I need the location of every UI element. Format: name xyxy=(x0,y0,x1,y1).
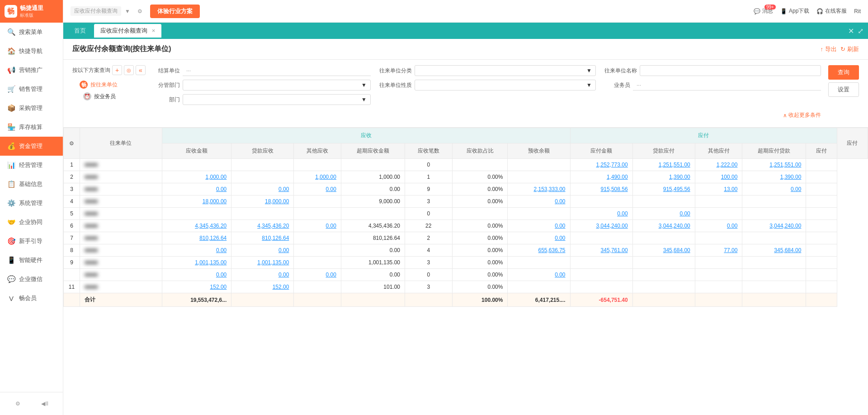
table-cell[interactable]: 152.00 xyxy=(162,281,231,293)
table-cell[interactable]: 0.00 xyxy=(231,183,294,196)
table-cell[interactable]: 1,490.00 xyxy=(570,171,632,183)
settings-button[interactable]: 设置 xyxy=(828,82,859,97)
table-cell[interactable]: 0.00 xyxy=(294,269,341,281)
table-cell[interactable]: 345,684.00 xyxy=(632,244,695,257)
table-cell[interactable]: 0.00 xyxy=(294,220,341,232)
sidebar-item-marketing[interactable]: 📢营销推广 xyxy=(0,61,63,80)
dept-select[interactable]: ▼ xyxy=(183,80,371,91)
table-cell[interactable] xyxy=(742,257,806,269)
sidebar-item-basic[interactable]: 📋基础信息 xyxy=(0,175,63,194)
table-cell[interactable]: 0.00 xyxy=(508,232,570,244)
sidebar-item-inventory[interactable]: 🏪库存核算 xyxy=(0,118,63,137)
table-cell[interactable]: 0.00 xyxy=(162,244,231,257)
table-cell[interactable] xyxy=(294,196,341,208)
table-cell[interactable]: 0.00 xyxy=(695,220,742,232)
query-button[interactable]: 查询 xyxy=(828,65,859,80)
sidebar-item-sales[interactable]: 🛒销售管理 xyxy=(0,80,63,99)
table-cell[interactable] xyxy=(231,171,294,183)
table-cell[interactable] xyxy=(570,281,632,293)
table-cell[interactable] xyxy=(231,208,294,220)
sidebar-settings-btn[interactable]: ⚙ xyxy=(11,397,25,410)
table-cell[interactable] xyxy=(508,171,570,183)
table-cell[interactable]: 18,000.00 xyxy=(231,196,294,208)
sidebar-item-system[interactable]: ⚙️系统管理 xyxy=(0,194,63,213)
table-cell[interactable]: 0.00 xyxy=(294,183,341,196)
partner-nature-select[interactable]: ▼ xyxy=(415,80,596,91)
tab-query[interactable]: 应收应付余额查询 × xyxy=(94,24,161,38)
table-cell[interactable]: 1,000.00 xyxy=(294,171,341,183)
table-cell[interactable]: 0.00 xyxy=(570,208,632,220)
topbar-dropdown[interactable]: ▼ xyxy=(125,8,130,14)
table-cell[interactable]: 1,252,773.00 xyxy=(570,159,632,171)
table-cell[interactable] xyxy=(231,159,294,171)
tab-expand-btn[interactable]: ⤢ xyxy=(858,27,863,35)
branch-select[interactable]: ▼ xyxy=(183,94,371,105)
filter-settings-btn[interactable]: ◎ xyxy=(124,65,134,75)
salesman-input[interactable]: ··· xyxy=(633,80,821,91)
table-cell[interactable] xyxy=(742,281,806,293)
table-cell[interactable]: 0.00 xyxy=(162,183,231,196)
table-cell[interactable] xyxy=(570,257,632,269)
table-cell[interactable] xyxy=(294,281,341,293)
filter-collapse-left-btn[interactable]: « xyxy=(136,65,146,75)
table-cell[interactable]: 0.00 xyxy=(632,208,695,220)
table-cell[interactable] xyxy=(570,196,632,208)
table-cell[interactable]: 655,636.75 xyxy=(508,244,570,257)
sidebar-item-search[interactable]: 🔍搜索菜单 xyxy=(0,23,63,42)
table-cell[interactable]: 1,001,135.00 xyxy=(231,257,294,269)
solution-button[interactable]: 体验行业方案 xyxy=(150,5,200,18)
sidebar-item-member[interactable]: V畅会员 xyxy=(0,289,63,308)
collapse-btn[interactable]: ∧ 收起更多条件 xyxy=(153,109,821,122)
filter-add-btn[interactable]: + xyxy=(112,65,122,75)
table-cell[interactable] xyxy=(162,208,231,220)
table-cell[interactable] xyxy=(508,159,570,171)
sidebar-item-wechat[interactable]: 💬企业微信 xyxy=(0,270,63,289)
partner-name-input[interactable] xyxy=(640,65,821,76)
table-cell[interactable] xyxy=(632,269,695,281)
table-cell[interactable]: 1,001,135.00 xyxy=(162,257,231,269)
table-cell[interactable] xyxy=(162,159,231,171)
table-cell[interactable]: 1,390.00 xyxy=(742,171,806,183)
table-cell[interactable] xyxy=(508,281,570,293)
table-cell[interactable] xyxy=(742,232,806,244)
table-cell[interactable]: 915,508.56 xyxy=(570,183,632,196)
table-cell[interactable]: 915,495.56 xyxy=(632,183,695,196)
table-cell[interactable] xyxy=(632,232,695,244)
table-cell[interactable]: 345,684.00 xyxy=(742,244,806,257)
sidebar-item-finance[interactable]: 💰资金管理 xyxy=(0,137,63,156)
settlement-input[interactable]: ··· xyxy=(183,66,371,76)
table-cell[interactable] xyxy=(695,232,742,244)
tab-close-window-btn[interactable]: ✕ xyxy=(848,27,854,35)
topbar-user[interactable]: Rit xyxy=(854,8,861,14)
table-cell[interactable]: 2,153,333.00 xyxy=(508,183,570,196)
table-cell[interactable]: 100.00 xyxy=(695,171,742,183)
export-button[interactable]: ↑ 导出 xyxy=(821,45,837,53)
table-cell[interactable]: 0.00 xyxy=(162,269,231,281)
sidebar-item-operation[interactable]: 📊经营管理 xyxy=(0,156,63,175)
table-cell[interactable]: 345,761.00 xyxy=(570,244,632,257)
table-cell[interactable]: 1,390.00 xyxy=(632,171,695,183)
filter-option-business[interactable]: ⏰ 按业务员 xyxy=(80,91,146,102)
partner-type-select[interactable]: ▼ xyxy=(415,65,596,76)
table-settings-th[interactable]: ⚙ xyxy=(64,128,80,159)
table-cell[interactable] xyxy=(508,257,570,269)
table-cell[interactable]: 3,044,240.00 xyxy=(742,220,806,232)
topbar-app[interactable]: 📱 App下载 xyxy=(780,7,809,15)
table-cell[interactable] xyxy=(632,257,695,269)
table-cell[interactable] xyxy=(294,232,341,244)
table-cell[interactable]: 3,044,240.00 xyxy=(632,220,695,232)
table-cell[interactable]: 4,345,436.20 xyxy=(162,220,231,232)
table-cell[interactable] xyxy=(570,269,632,281)
topbar-msg[interactable]: 💬 消息 99+ xyxy=(754,7,773,15)
tab-home[interactable]: 首页 xyxy=(68,24,92,38)
table-cell[interactable] xyxy=(695,208,742,220)
table-cell[interactable] xyxy=(570,232,632,244)
table-cell[interactable]: 18,000.00 xyxy=(162,196,231,208)
table-cell[interactable]: 0.00 xyxy=(508,196,570,208)
table-cell[interactable] xyxy=(695,281,742,293)
table-cell[interactable] xyxy=(632,196,695,208)
table-cell[interactable]: 152.00 xyxy=(231,281,294,293)
table-cell[interactable]: 810,126.64 xyxy=(231,232,294,244)
table-cell[interactable]: 0.00 xyxy=(231,269,294,281)
refresh-button[interactable]: ↻ 刷新 xyxy=(840,45,859,53)
